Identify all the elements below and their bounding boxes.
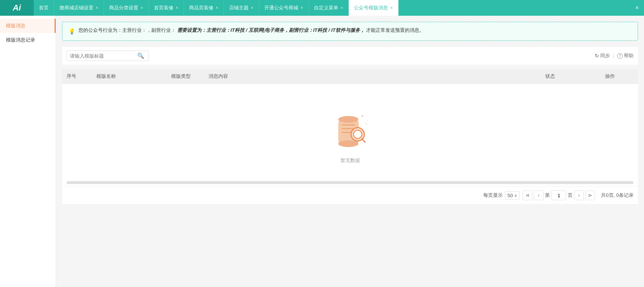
search-input[interactable] <box>70 53 137 59</box>
nav-item-7[interactable]: 自定义菜单× <box>309 0 349 16</box>
page-size-value: 50 <box>508 193 513 198</box>
col-header-seq: 序号 <box>62 69 92 84</box>
page-size-select: 每页显示 50 ∨ <box>483 191 520 200</box>
nav-item-3[interactable]: 首页装修× <box>149 0 184 16</box>
alert-text: 您的公众号行业为：主营行业：，副营行业： 需要设置为：主营行业：IT科技 / 互… <box>78 27 424 34</box>
nav-close-icon-5[interactable]: × <box>251 5 253 10</box>
nav-close-icon-2[interactable]: × <box>141 5 143 10</box>
empty-text: 暂无数据 <box>341 157 360 164</box>
nav-close-icon-1[interactable]: × <box>96 5 98 10</box>
nav-close-icon-6[interactable]: × <box>301 5 303 10</box>
col-header-status: 状态 <box>541 69 601 84</box>
nav-item-0[interactable]: 首页 <box>34 0 54 16</box>
sync-icon: ↻ <box>595 53 599 59</box>
alert-box: 💡 您的公众号行业为：主营行业：，副营行业： 需要设置为：主营行业：IT科技 /… <box>62 22 638 41</box>
sidebar: 模版消息模版消息记录 <box>0 16 56 287</box>
svg-point-2 <box>338 116 358 123</box>
main-layout: 模版消息模版消息记录 💡 您的公众号行业为：主营行业：，副营行业： 需要设置为：… <box>0 16 644 287</box>
toolbar-right: ↻ 同步 | ? 帮助 <box>595 52 634 59</box>
sync-button[interactable]: ↻ 同步 <box>595 52 610 59</box>
page-nav: ⊲ ‹ 第 页 › ⊳ <box>523 190 595 200</box>
nav-close-icon-3[interactable]: × <box>176 5 178 10</box>
col-header-action: 操作 <box>601 69 638 84</box>
nav-item-2[interactable]: 商品分类设置× <box>104 0 149 16</box>
nav-close-icon-7[interactable]: × <box>341 5 343 10</box>
nav-close-icon-8[interactable]: × <box>390 5 393 10</box>
page-size-dropdown[interactable]: 50 ∨ <box>505 191 520 200</box>
alert-icon: 💡 <box>68 27 76 36</box>
nav-item-8[interactable]: 公众号模版消息× <box>349 0 398 16</box>
search-input-wrap[interactable]: 🔍 <box>67 51 149 61</box>
svg-text:✦: ✦ <box>365 122 368 126</box>
svg-line-9 <box>362 139 365 142</box>
pagination-row: 每页显示 50 ∨ ⊲ ‹ 第 页 › ⊳ 共0页, 0条记录 <box>62 186 638 204</box>
logo: Ai <box>0 0 34 16</box>
page-number-input[interactable] <box>551 190 566 200</box>
last-page-button[interactable]: ⊳ <box>585 190 595 200</box>
nav-item-5[interactable]: 店铺主题× <box>224 0 259 16</box>
search-icon[interactable]: 🔍 <box>137 52 144 59</box>
page-size-label: 每页显示 <box>483 192 503 199</box>
help-button[interactable]: ? 帮助 <box>617 52 634 59</box>
empty-state: ✦ ✦ ✦ 暂无数据 <box>62 84 638 179</box>
help-label: 帮助 <box>624 52 634 59</box>
empty-illustration: ✦ ✦ ✦ <box>328 106 373 151</box>
col-header-name: 模版名称 <box>92 69 167 84</box>
total-info: 共0页, 0条记录 <box>601 192 634 199</box>
first-page-button[interactable]: ⊲ <box>523 190 532 200</box>
alert-suffix: 才能正常发送预置的消息。 <box>366 27 424 33</box>
nav-close-icon-4[interactable]: × <box>216 5 218 10</box>
nav-item-4[interactable]: 商品页装修× <box>184 0 224 16</box>
alert-prefix: 您的公众号行业为：主营行业：，副营行业： <box>78 27 176 33</box>
dropdown-arrow-icon: ∨ <box>514 193 517 198</box>
alert-highlight: 需要设置为：主营行业：IT科技 / 互联网|电子商务，副营行业：IT科技 / I… <box>177 27 365 33</box>
main-content: 💡 您的公众号行业为：主营行业：，副营行业： 需要设置为：主营行业：IT科技 /… <box>56 16 644 287</box>
scrollbar-row <box>62 179 638 186</box>
logo-text: Ai <box>13 3 21 13</box>
sidebar-item-0[interactable]: 模版消息 <box>0 19 56 33</box>
svg-point-3 <box>338 140 358 147</box>
toolbar-divider: | <box>613 53 614 59</box>
search-row: 🔍 ↻ 同步 | ? 帮助 <box>62 47 638 65</box>
next-page-button[interactable]: › <box>574 190 584 200</box>
sidebar-item-1[interactable]: 模版消息记录 <box>0 33 56 47</box>
nav-item-6[interactable]: 开通公众号商城× <box>259 0 309 16</box>
col-header-type: 模版类型 <box>167 69 204 84</box>
page-input-wrap: 第 页 <box>545 190 573 200</box>
page-prefix-label: 第 <box>545 192 550 199</box>
svg-text:✦: ✦ <box>367 119 369 122</box>
prev-page-button[interactable]: ‹ <box>534 190 543 200</box>
top-nav: Ai 首页微商城店铺设置×商品分类设置×首页装修×商品页装修×店铺主题×开通公众… <box>0 0 644 16</box>
svg-point-8 <box>354 130 362 138</box>
svg-text:✦: ✦ <box>361 114 364 118</box>
close-all-button[interactable]: × <box>630 0 644 16</box>
page-suffix-label: 页 <box>568 192 573 199</box>
table-header-row: 序号 模版名称 模版类型 消息内容 状态 操作 <box>62 69 638 84</box>
horizontal-scrollbar[interactable] <box>67 181 634 184</box>
data-table: 序号 模版名称 模版类型 消息内容 状态 操作 <box>62 69 638 84</box>
sync-label: 同步 <box>600 52 610 59</box>
col-header-content: 消息内容 <box>204 69 541 84</box>
nav-item-1[interactable]: 微商城店铺设置× <box>54 0 104 16</box>
help-icon: ? <box>617 53 623 59</box>
